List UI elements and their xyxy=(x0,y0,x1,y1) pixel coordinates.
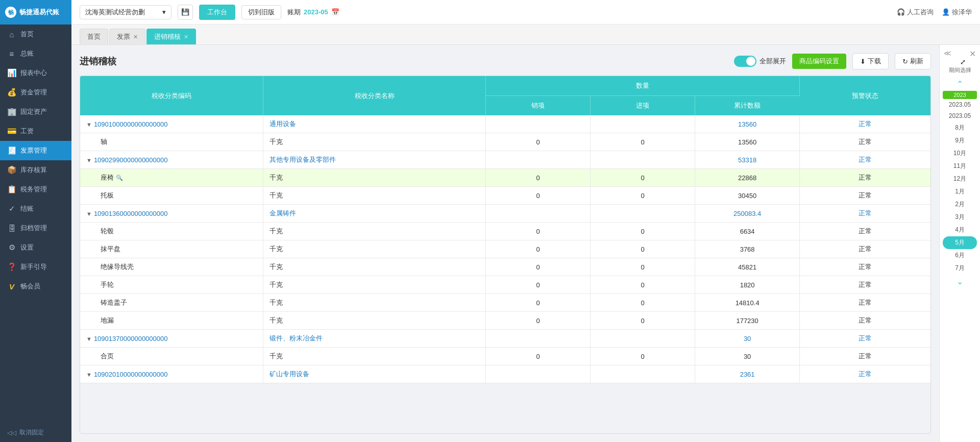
period-month-item[interactable]: 2023.05 xyxy=(943,99,977,110)
expand-icon[interactable]: ▼ xyxy=(86,372,92,378)
panel-close-icon[interactable]: ✕ xyxy=(969,49,976,59)
cell-total: 3768 xyxy=(695,240,800,258)
download-icon: ⬇ xyxy=(860,58,866,65)
sidebar-item-ledger[interactable]: ≡ 总账 xyxy=(0,44,71,63)
page-actions: 全部展开 商品编码设置 ⬇ 下载 ↻ 刷新 xyxy=(734,53,931,69)
period-month-item[interactable]: 4月 xyxy=(943,224,977,236)
archive-icon: 🗄 xyxy=(7,224,16,233)
period-month-item[interactable]: 7月 xyxy=(943,262,977,275)
table-row[interactable]: ▼10902010000000000000 矿山专用设备 2361 正常 xyxy=(80,365,930,383)
cell-code: 轴 xyxy=(80,133,263,151)
company-selector[interactable]: 沈海英测试经营勿删 ▾ xyxy=(80,5,172,19)
period-month-item[interactable]: 6月 xyxy=(943,249,977,262)
tab-invoice[interactable]: 发票 ✕ xyxy=(109,29,145,44)
cell-purchase xyxy=(591,365,695,383)
cell-total: 45821 xyxy=(695,258,800,276)
expand-toggle[interactable]: 全部展开 xyxy=(734,56,786,67)
table-row[interactable]: ▼10901360000000000000 金属铸件 250083.4 正常 xyxy=(80,205,930,223)
tab-home[interactable]: 首页 xyxy=(80,29,108,44)
cell-sales xyxy=(486,330,591,348)
cell-total: 1820 xyxy=(695,276,800,294)
cell-total: 250083.4 xyxy=(695,205,800,223)
expand-icon[interactable]: ▼ xyxy=(86,157,92,163)
table-row[interactable]: ▼10902990000000000000 其他专用设备及零部件 53318 正… xyxy=(80,151,930,169)
cell-status: 正常 xyxy=(800,223,930,240)
period-month-item[interactable]: 2023.05 xyxy=(943,110,977,121)
table-row[interactable]: 绝缘导线壳 千克 0 0 45821 正常 xyxy=(80,258,930,276)
table-row[interactable]: 轴 千克 0 0 13560 正常 xyxy=(80,133,930,151)
period-year-badge[interactable]: 2023 xyxy=(943,91,977,99)
period-month-item[interactable]: 12月 xyxy=(943,173,977,185)
sidebar-item-funds[interactable]: 💰 资金管理 xyxy=(0,83,71,102)
table-row[interactable]: 合页 千克 0 0 30 正常 xyxy=(80,348,930,365)
sidebar-item-label: 税务管理 xyxy=(20,185,47,194)
period-month-item[interactable]: 11月 xyxy=(943,160,977,173)
sidebar-item-salary[interactable]: 💳 工资 xyxy=(0,121,71,141)
search-icon[interactable]: 🔍 xyxy=(116,175,123,181)
logo-icon: 畅 xyxy=(5,7,16,18)
period-month-item[interactable]: 5月 xyxy=(943,236,977,249)
period-scroll-down[interactable]: ⌄ xyxy=(943,275,977,288)
period-month-item[interactable]: 2月 xyxy=(943,198,977,211)
download-button[interactable]: ⬇ 下载 xyxy=(852,53,889,69)
table-row[interactable]: 托板 千克 0 0 30450 正常 xyxy=(80,187,930,205)
customer-service-button[interactable]: 🎧 人工咨询 xyxy=(897,8,934,17)
sidebar-unpin-button[interactable]: ◁◁ 取消固定 xyxy=(0,423,71,442)
topbar: 沈海英测试经营勿删 ▾ 💾 工作台 切到旧版 账期 2023-05 📅 🎧 人工… xyxy=(71,0,980,24)
sidebar-item-guide[interactable]: ❓ 新手引导 xyxy=(0,257,71,277)
sidebar-item-home[interactable]: ⌂ 首页 xyxy=(0,24,71,44)
tab-reconcile-close[interactable]: ✕ xyxy=(184,34,188,40)
table-row[interactable]: 座椅 🔍 千克 0 0 22868 正常 xyxy=(80,169,930,187)
sidebar-item-settings[interactable]: ⚙ 设置 xyxy=(0,238,71,257)
table-row[interactable]: 地漏 千克 0 0 177230 正常 xyxy=(80,312,930,330)
period-scroll-up[interactable]: ⌃ xyxy=(943,77,977,91)
table-row[interactable]: 抹平盘 千克 0 0 3768 正常 xyxy=(80,240,930,258)
panel-expand-icon[interactable]: ≪ xyxy=(944,49,951,57)
table-row[interactable]: 铸造盖子 千克 0 0 14810.4 正常 xyxy=(80,294,930,312)
cell-name: 千克 xyxy=(263,258,486,276)
ledger-icon: ≡ xyxy=(7,50,16,58)
sidebar-item-settlement[interactable]: ✓ 结账 xyxy=(0,199,71,218)
refresh-button[interactable]: ↻ 刷新 xyxy=(895,53,931,69)
table-row[interactable]: 手轮 千克 0 0 1820 正常 xyxy=(80,276,930,294)
sidebar-item-reports[interactable]: 📊 报表中心 xyxy=(0,63,71,83)
cell-code: 手轮 xyxy=(80,276,263,294)
expand-icon[interactable]: ▼ xyxy=(86,121,92,128)
table-row[interactable]: ▼10901370000000000000 锻件、粉末冶金件 30 正常 xyxy=(80,330,930,348)
switch-version-button[interactable]: 切到旧版 xyxy=(241,5,281,19)
sidebar-item-tax[interactable]: 📋 税务管理 xyxy=(0,180,71,199)
cell-purchase xyxy=(591,330,695,348)
period-month-item[interactable]: 10月 xyxy=(943,147,977,160)
tab-invoice-close[interactable]: ✕ xyxy=(133,34,138,40)
sidebar-item-invoice[interactable]: 🧾 发票管理 xyxy=(0,141,71,160)
product-code-settings-button[interactable]: 商品编码设置 xyxy=(792,54,846,69)
period-month-item[interactable]: 8月 xyxy=(943,121,977,134)
calendar-icon[interactable]: 📅 xyxy=(331,8,339,16)
expand-icon[interactable]: ▼ xyxy=(86,211,92,217)
cell-status: 正常 xyxy=(800,115,930,133)
period-month-item[interactable]: 1月 xyxy=(943,185,977,198)
settings-icon: ⚙ xyxy=(7,243,16,252)
table-row[interactable]: ▼10901000000000000000 通用设备 13560 正常 xyxy=(80,115,930,133)
cell-purchase: 0 xyxy=(591,294,695,312)
toggle-track[interactable] xyxy=(734,56,756,67)
period-month-item[interactable]: 9月 xyxy=(943,134,977,147)
main-area: 沈海英测试经营勿删 ▾ 💾 工作台 切到旧版 账期 2023-05 📅 🎧 人工… xyxy=(71,0,980,442)
table-row[interactable]: 轮毂 千克 0 0 6634 正常 xyxy=(80,223,930,240)
toggle-thumb xyxy=(746,57,755,66)
sidebar-item-assets[interactable]: 🏢 固定资产 xyxy=(0,102,71,121)
sidebar-item-member[interactable]: V 畅会员 xyxy=(0,277,71,296)
period-month-item[interactable]: 3月 xyxy=(943,211,977,224)
reports-icon: 📊 xyxy=(7,68,16,78)
expand-icon[interactable]: ▼ xyxy=(86,336,92,342)
save-button[interactable]: 💾 xyxy=(178,5,193,20)
tax-icon: 📋 xyxy=(7,185,16,194)
sidebar-item-archive[interactable]: 🗄 归档管理 xyxy=(0,218,71,238)
save-icon: 💾 xyxy=(181,8,189,16)
workbench-button[interactable]: 工作台 xyxy=(199,5,235,20)
user-profile-button[interactable]: 👤 徐泽华 xyxy=(942,8,972,17)
tab-reconcile-label: 进销稽核 xyxy=(154,32,181,41)
panel-resize-icon[interactable]: ⤢ xyxy=(960,58,966,66)
tab-reconcile[interactable]: 进销稽核 ✕ xyxy=(146,29,196,44)
sidebar-item-inventory[interactable]: 📦 库存核算 xyxy=(0,160,71,180)
